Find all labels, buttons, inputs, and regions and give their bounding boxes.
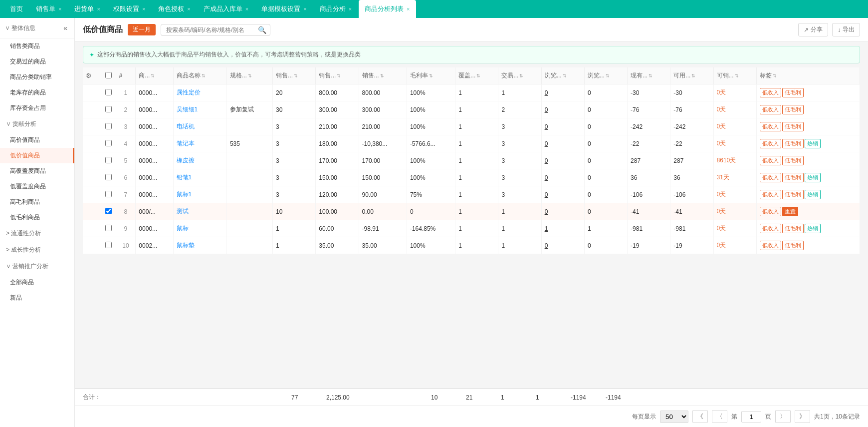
close-template-tab[interactable]: × — [303, 6, 306, 12]
browse-link[interactable]: 0 — [545, 242, 548, 249]
nav-product-inbound[interactable]: 产成品入库单 × — [198, 0, 254, 18]
th-trade[interactable]: 交易...⇅ — [498, 67, 541, 84]
cell-checkbox[interactable] — [101, 118, 116, 135]
th-code[interactable]: 商...⇅ — [136, 67, 173, 84]
nav-product-analysis[interactable]: 商品分析 × — [314, 0, 358, 18]
browse-link[interactable]: 0 — [545, 106, 548, 113]
cell-checkbox[interactable] — [101, 237, 116, 254]
sidebar-item-all-products[interactable]: 全部商品 — [0, 275, 74, 290]
browse-link[interactable]: 0 — [545, 123, 548, 130]
cell-name[interactable]: 属性定价 — [173, 84, 226, 101]
share-button[interactable]: ↗ 分享 — [798, 23, 828, 36]
th-coverage[interactable]: 覆盖...⇅ — [455, 67, 498, 84]
close-sales-tab[interactable]: × — [58, 6, 61, 12]
row-checkbox[interactable] — [105, 140, 112, 146]
sidebar-item-high-margin[interactable]: 高毛利商品 — [0, 194, 74, 210]
row-checkbox[interactable] — [105, 208, 112, 214]
cell-browse1[interactable]: 0 — [541, 135, 584, 152]
cell-browse1[interactable]: 0 — [541, 101, 584, 118]
cell-checkbox[interactable] — [101, 220, 116, 237]
close-permissions-tab[interactable]: × — [142, 6, 145, 12]
nav-sales[interactable]: 销售单 × — [30, 0, 67, 18]
cell-browse1[interactable]: 0 — [541, 118, 584, 135]
filter-period-button[interactable]: 近一月 — [128, 24, 156, 35]
cell-name[interactable]: 笔记本 — [173, 135, 226, 152]
browse-link[interactable]: 0 — [545, 174, 548, 181]
nav-analysis-list[interactable]: 商品分析列表 × — [359, 0, 416, 18]
cell-checkbox[interactable] — [101, 186, 116, 203]
cell-name[interactable]: 鼠标1 — [173, 186, 226, 203]
cell-browse1[interactable]: 0 — [541, 237, 584, 254]
search-icon[interactable]: 🔍 — [258, 26, 266, 34]
cell-name[interactable]: 鼠标 — [173, 220, 226, 237]
cell-checkbox[interactable] — [101, 84, 116, 101]
sidebar-item-low-coverage[interactable]: 低覆盖度商品 — [0, 179, 74, 194]
cell-browse1[interactable]: 0 — [541, 186, 584, 203]
close-role-auth-tab[interactable]: × — [187, 6, 190, 12]
cell-checkbox[interactable] — [101, 169, 116, 186]
th-browse1[interactable]: 浏览...⇅ — [541, 67, 584, 84]
sidebar-item-low-value[interactable]: 低价值商品 — [0, 148, 74, 163]
cell-checkbox[interactable] — [101, 203, 116, 220]
nav-purchase[interactable]: 进货单 × — [68, 0, 106, 18]
cell-name[interactable]: 电话机 — [173, 118, 226, 135]
nav-role-auth[interactable]: 角色授权 × — [152, 0, 196, 18]
sidebar-item-traded[interactable]: 交易过的商品 — [0, 54, 74, 69]
close-product-inbound-tab[interactable]: × — [245, 6, 248, 12]
select-all-checkbox[interactable] — [105, 72, 112, 78]
nav-home[interactable]: 首页 — [4, 0, 29, 18]
row-checkbox[interactable] — [105, 89, 112, 95]
sidebar-group-circulation[interactable]: > 流通性分析 — [0, 225, 74, 242]
cell-name[interactable]: 测试 — [173, 203, 226, 220]
th-name[interactable]: 商品名称⇅ — [173, 67, 226, 84]
sidebar-item-stock-value[interactable]: 库存资金占用 — [0, 100, 74, 116]
browse-link[interactable]: 0 — [545, 157, 548, 164]
sidebar-group-contribution[interactable]: ∨ 贡献分析 — [0, 116, 74, 132]
sidebar-item-low-margin[interactable]: 低毛利商品 — [0, 210, 74, 225]
cell-browse1[interactable]: 0 — [541, 84, 584, 101]
close-analysis-list-tab[interactable]: × — [407, 6, 410, 12]
sidebar-item-high-coverage[interactable]: 高覆盖度商品 — [0, 163, 74, 179]
sidebar-group-growth[interactable]: > 成长性分析 — [0, 242, 74, 258]
nav-template-settings[interactable]: 单据模板设置 × — [255, 0, 312, 18]
prev-page-button[interactable]: 〈 — [712, 410, 727, 423]
sidebar-item-high-value[interactable]: 高价值商品 — [0, 132, 74, 148]
settings-icon[interactable]: ⚙ — [86, 72, 92, 79]
first-page-button[interactable]: 《 — [692, 410, 708, 423]
browse-link[interactable]: 0 — [545, 89, 548, 96]
th-sales-profit[interactable]: 销售...⇅ — [359, 67, 407, 84]
nav-permissions[interactable]: 权限设置 × — [107, 0, 151, 18]
th-sellable[interactable]: 可销...⇅ — [713, 67, 756, 84]
page-number-input[interactable] — [741, 411, 761, 423]
th-sales-qty[interactable]: 销售...⇅ — [273, 67, 316, 84]
cell-name[interactable]: 吴细细1 — [173, 101, 226, 118]
sidebar-group-marketing[interactable]: ∨ 营销推广分析 — [0, 258, 74, 275]
row-checkbox[interactable] — [105, 106, 112, 112]
row-checkbox[interactable] — [105, 242, 112, 248]
browse-link[interactable]: 0 — [545, 191, 548, 198]
th-available[interactable]: 可用...⇅ — [670, 67, 713, 84]
cell-name[interactable]: 橡皮擦 — [173, 152, 226, 169]
cell-name[interactable]: 鼠标垫 — [173, 237, 226, 254]
sidebar-item-category-sales-rate[interactable]: 商品分类助销率 — [0, 69, 74, 85]
cell-browse1[interactable]: 0 — [541, 169, 584, 186]
th-sales-amount[interactable]: 销售...⇅ — [316, 67, 359, 84]
next-page-button[interactable]: 〉 — [775, 410, 791, 423]
th-checkbox[interactable] — [101, 67, 116, 84]
sidebar-collapse-button[interactable]: « — [61, 22, 69, 34]
th-settings[interactable]: ⚙ — [83, 67, 101, 84]
th-spec[interactable]: 规格...⇅ — [226, 67, 272, 84]
cell-checkbox[interactable] — [101, 135, 116, 152]
sidebar-item-sales-products[interactable]: 销售类商品 — [0, 38, 74, 54]
cell-browse1[interactable]: 0 — [541, 203, 584, 220]
close-purchase-tab[interactable]: × — [97, 6, 100, 12]
cell-checkbox[interactable] — [101, 101, 116, 118]
row-checkbox[interactable] — [105, 225, 112, 231]
export-button[interactable]: ↓ 导出 — [832, 23, 860, 36]
close-analysis-tab[interactable]: × — [349, 6, 352, 12]
browse-link[interactable]: 0 — [545, 208, 548, 215]
cell-browse1[interactable]: 0 — [541, 152, 584, 169]
row-checkbox[interactable] — [105, 191, 112, 197]
cell-name[interactable]: 铅笔1 — [173, 169, 226, 186]
th-browse2[interactable]: 浏览...⇅ — [584, 67, 627, 84]
